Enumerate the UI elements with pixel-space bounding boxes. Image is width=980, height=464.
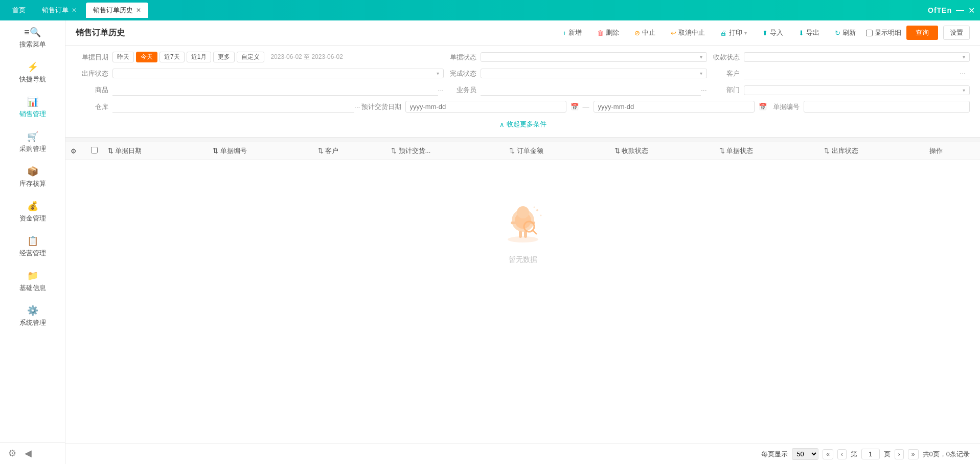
- settings-button[interactable]: 设置: [943, 26, 970, 40]
- date-btn-yesterday[interactable]: 昨天: [112, 52, 134, 62]
- expected-date-from-calendar-icon[interactable]: 📅: [571, 103, 579, 111]
- th-out-status-sort-icon[interactable]: ⇅: [824, 147, 830, 154]
- sidebar-item-search-menu[interactable]: ≡🔍 搜索菜单: [0, 20, 65, 55]
- prev-page-button[interactable]: ‹: [837, 449, 847, 459]
- first-page-button[interactable]: «: [823, 449, 833, 459]
- date-btn-7days[interactable]: 近7天: [159, 52, 185, 62]
- table-head: ⚙ ⇅ 单据日期 ⇅ 单据编号: [65, 142, 980, 160]
- per-page-select[interactable]: 50 10 20 100: [792, 448, 818, 460]
- th-date-label: 单据日期: [115, 147, 142, 154]
- display-column-check-input[interactable]: [866, 30, 873, 36]
- sidebar-item-base-info[interactable]: 📁 基础信息: [0, 264, 65, 299]
- salesperson-input[interactable]: [481, 84, 701, 96]
- page-number-input[interactable]: [861, 449, 880, 459]
- th-check: [86, 142, 103, 160]
- sidebar: ≡🔍 搜索菜单 ⚡ 快捷导航 📊 销售管理 🛒 采购管理 📦 库存核算 💰 资金…: [0, 20, 65, 464]
- receipt-status-select[interactable]: ▾: [744, 52, 970, 62]
- th-amount: ⇅ 订单金额: [504, 142, 609, 160]
- th-customer-sort-icon[interactable]: ⇅: [318, 147, 324, 154]
- import-button[interactable]: ⬆ 导入: [757, 26, 788, 39]
- warehouse-input[interactable]: [112, 101, 354, 113]
- sidebar-item-search-menu-label: 搜索菜单: [19, 40, 46, 49]
- import-icon: ⬆: [762, 29, 768, 37]
- goods-label: 商品: [76, 85, 112, 95]
- minimize-icon[interactable]: —: [956, 6, 964, 15]
- sidebar-item-sys-mgmt[interactable]: ⚙️ 系统管理: [0, 299, 65, 334]
- customer-input[interactable]: [748, 70, 960, 77]
- th-expected-date-sort-icon[interactable]: ⇅: [391, 147, 397, 154]
- display-column-checkbox[interactable]: 显示明细: [866, 28, 901, 37]
- operations-icon: 📋: [27, 235, 38, 247]
- sidebar-item-finance[interactable]: 💰 资金管理: [0, 194, 65, 229]
- collapse-label: 收起更多条件: [507, 120, 546, 129]
- order-no-input[interactable]: [804, 101, 970, 113]
- delete-button[interactable]: 🗑 删除: [592, 26, 624, 39]
- filter-row-2: 出库状态 ▾ 完成状态 ▾ 客户: [76, 68, 970, 79]
- date-btn-1month[interactable]: 近1月: [187, 52, 212, 62]
- order-status-arrow-icon: ▾: [700, 54, 702, 60]
- expected-date-to-calendar-icon[interactable]: 📅: [759, 103, 767, 111]
- delete-icon: 🗑: [597, 29, 604, 37]
- th-receipt-status-label: 收款状态: [622, 147, 648, 154]
- goods-dots-icon[interactable]: ···: [438, 86, 444, 94]
- close-icon[interactable]: ✕: [968, 6, 975, 15]
- th-order-status-sort-icon[interactable]: ⇅: [719, 147, 725, 154]
- cancel-stop-button[interactable]: ↩ 取消中止: [666, 26, 710, 39]
- customer-label: 客户: [707, 69, 744, 78]
- order-no-section: 单据编号: [767, 101, 970, 113]
- new-button[interactable]: + 新增: [557, 26, 587, 39]
- th-receipt-status-sort-icon[interactable]: ⇅: [614, 147, 620, 154]
- th-receipt-status: ⇅ 收款状态: [609, 142, 714, 160]
- sidebar-item-inventory[interactable]: 📦 库存核算: [0, 160, 65, 194]
- last-page-button[interactable]: »: [908, 449, 919, 459]
- salesperson-dots-icon[interactable]: ···: [701, 86, 707, 94]
- svg-point-10: [536, 209, 538, 211]
- stop-button[interactable]: ⊘ 中止: [629, 26, 660, 39]
- date-btn-custom[interactable]: 自定义: [237, 52, 264, 62]
- date-filter-section: 单据日期 昨天 今天 近7天 近1月 更多 自定义 2023-06-02 至 2…: [76, 52, 444, 62]
- sidebar-item-sales-mgmt[interactable]: 📊 销售管理: [0, 90, 65, 125]
- collapse-link[interactable]: ∧ 收起更多条件: [76, 118, 970, 131]
- page-label-after: 页: [884, 450, 891, 459]
- th-amount-sort-icon[interactable]: ⇅: [509, 147, 515, 154]
- th-date-sort-icon[interactable]: ⇅: [108, 147, 113, 154]
- sidebar-item-quick-nav[interactable]: ⚡ 快捷导航: [0, 55, 65, 90]
- content-area: 销售订单历史 + 新增 🗑 删除 ⊘ 中止 ↩ 取消中止: [65, 20, 980, 464]
- warehouse-label: 仓库: [76, 102, 112, 112]
- complete-status-select[interactable]: ▾: [481, 69, 706, 78]
- sidebar-item-operations[interactable]: 📋 经营管理: [0, 229, 65, 264]
- out-status-section: 出库状态 ▾: [76, 69, 444, 78]
- tab-sales-order-history[interactable]: 销售订单历史 ✕: [86, 3, 148, 18]
- expected-date-to-input[interactable]: [594, 101, 755, 113]
- export-button[interactable]: ⬇ 导出: [793, 26, 825, 39]
- sidebar-item-purchase-mgmt[interactable]: 🛒 采购管理: [0, 125, 65, 160]
- select-all-checkbox[interactable]: [91, 147, 98, 153]
- department-select[interactable]: ▾: [744, 85, 970, 95]
- refresh-button[interactable]: ↻ 刷新: [830, 26, 861, 39]
- out-status-select[interactable]: ▾: [112, 69, 444, 78]
- svg-point-11: [540, 215, 541, 216]
- customer-section: 客户 ···: [707, 68, 970, 79]
- tab-sales-order-close[interactable]: ✕: [72, 7, 77, 14]
- warehouse-dots-icon[interactable]: ···: [354, 103, 360, 111]
- sidebar-collapse-icon[interactable]: ◀: [25, 448, 32, 459]
- th-order-no-sort-icon[interactable]: ⇅: [213, 147, 218, 154]
- search-button[interactable]: 查询: [906, 26, 938, 40]
- column-gear-icon[interactable]: ⚙: [71, 147, 77, 155]
- expected-date-from-input[interactable]: [405, 101, 566, 113]
- date-label: 单据日期: [76, 53, 112, 62]
- tab-sales-order[interactable]: 销售订单 ✕: [35, 3, 84, 18]
- customer-dots-icon[interactable]: ···: [960, 69, 966, 77]
- tab-sales-order-history-close[interactable]: ✕: [136, 7, 141, 14]
- settings-gear-icon[interactable]: ⚙: [8, 448, 16, 459]
- goods-input[interactable]: [112, 84, 438, 96]
- salesperson-label: 业务员: [444, 85, 481, 95]
- next-page-button[interactable]: ›: [895, 449, 904, 459]
- th-customer-label: 客户: [325, 147, 338, 154]
- date-btn-more[interactable]: 更多: [213, 52, 235, 62]
- th-gear: ⚙: [65, 142, 86, 160]
- tab-home[interactable]: 首页: [5, 3, 33, 18]
- order-status-select[interactable]: ▾: [481, 52, 706, 62]
- print-button[interactable]: 🖨 打印 ▾: [715, 26, 752, 39]
- date-btn-today[interactable]: 今天: [136, 52, 157, 62]
